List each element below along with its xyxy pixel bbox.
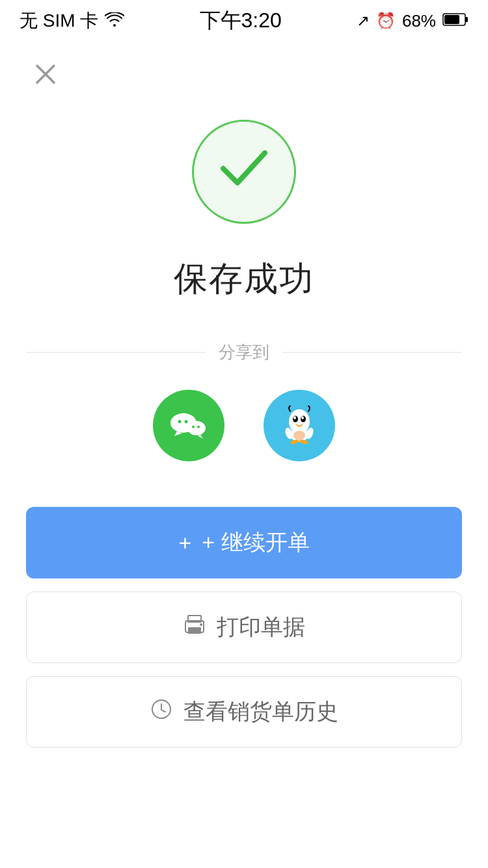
svg-point-9 bbox=[192, 426, 195, 428]
divider-line-right bbox=[282, 352, 462, 353]
action-buttons: + + 继续开单 打印单据 查看销货单历 bbox=[26, 507, 462, 748]
wechat-icon bbox=[167, 403, 211, 448]
svg-point-10 bbox=[197, 426, 200, 428]
divider-line-left bbox=[26, 352, 206, 353]
qq-icon bbox=[278, 405, 320, 446]
history-label: 查看销货单历史 bbox=[183, 697, 338, 727]
status-right-group: ↗ ⏰ 68% bbox=[357, 11, 468, 31]
status-bar: 无 SIM 卡 下午3:20 ↗ ⏰ 68% bbox=[0, 0, 488, 42]
share-divider: 分享到 bbox=[26, 341, 462, 364]
carrier-text: 无 SIM 卡 bbox=[20, 8, 98, 33]
alarm-icon: ⏰ bbox=[376, 12, 396, 30]
close-button[interactable] bbox=[26, 55, 65, 94]
location-icon: ↗ bbox=[357, 12, 370, 30]
svg-rect-1 bbox=[465, 17, 468, 22]
svg-point-16 bbox=[301, 416, 304, 420]
battery-icon bbox=[442, 11, 468, 31]
battery-text: 68% bbox=[402, 11, 436, 31]
svg-point-25 bbox=[200, 623, 202, 626]
printer-icon bbox=[183, 613, 206, 642]
success-area: 保存成功 bbox=[26, 120, 462, 302]
svg-rect-2 bbox=[444, 15, 459, 24]
history-icon bbox=[150, 698, 173, 726]
print-button[interactable]: 打印单据 bbox=[26, 591, 462, 663]
history-button[interactable]: 查看销货单历史 bbox=[26, 676, 462, 748]
wifi-icon bbox=[105, 11, 124, 31]
print-label: 打印单据 bbox=[217, 612, 305, 642]
svg-point-6 bbox=[187, 421, 206, 435]
qq-share-button[interactable] bbox=[264, 390, 335, 461]
status-time: 下午3:20 bbox=[200, 7, 282, 35]
share-label: 分享到 bbox=[219, 341, 269, 364]
continue-label: + 继续开单 bbox=[202, 528, 309, 558]
checkmark-icon bbox=[218, 145, 270, 199]
success-circle bbox=[192, 120, 296, 224]
svg-point-7 bbox=[178, 420, 182, 424]
wechat-share-button[interactable] bbox=[153, 390, 224, 461]
status-carrier: 无 SIM 卡 bbox=[20, 8, 124, 33]
close-icon bbox=[33, 62, 58, 87]
plus-icon: + bbox=[178, 530, 191, 556]
svg-point-8 bbox=[185, 420, 188, 424]
svg-rect-23 bbox=[188, 627, 201, 634]
success-title: 保存成功 bbox=[174, 256, 314, 302]
main-content: 保存成功 分享到 bbox=[0, 42, 488, 761]
svg-point-15 bbox=[293, 416, 296, 420]
svg-point-19 bbox=[293, 431, 305, 440]
share-icons-row bbox=[26, 390, 462, 461]
continue-button[interactable]: + + 继续开单 bbox=[26, 507, 462, 578]
